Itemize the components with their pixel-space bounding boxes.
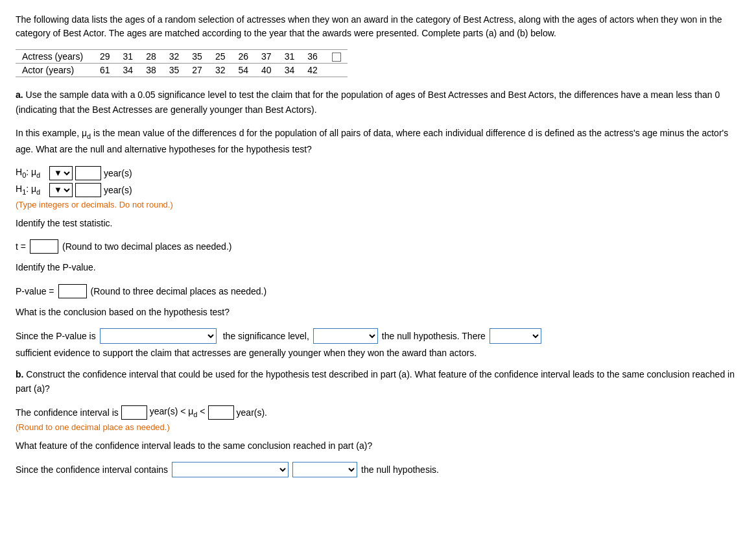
null-hyp-text: the null hypothesis. There bbox=[382, 331, 486, 341]
sig-level-text: the significance level, bbox=[223, 331, 309, 341]
conclusion-question: What is the conclusion based on the hypo… bbox=[16, 305, 740, 319]
actress-val-6: 25 bbox=[209, 50, 232, 64]
ci-lower-input[interactable] bbox=[121, 405, 147, 420]
part-b-body: Construct the confidence interval that c… bbox=[16, 369, 735, 394]
actor-val-6: 32 bbox=[209, 64, 232, 77]
actress-val-9: 31 bbox=[278, 50, 301, 64]
h1-label: H1: μd bbox=[16, 184, 47, 196]
actor-val-3: 38 bbox=[139, 64, 163, 77]
example-text-section: In this example, μd is the mean value of… bbox=[16, 126, 740, 157]
table-row-actress: Actress (years) 29 31 28 32 35 25 26 37 … bbox=[16, 50, 348, 64]
part-b-section: b. Construct the confidence interval tha… bbox=[16, 367, 740, 396]
since-ci-text: Since the confidence interval contains bbox=[16, 464, 168, 475]
table-row-actor: Actor (years) 61 34 38 35 27 32 54 40 34… bbox=[16, 64, 348, 77]
actress-val-5: 35 bbox=[185, 50, 209, 64]
actor-val-1: 61 bbox=[93, 64, 117, 77]
actor-val-9: 34 bbox=[278, 64, 301, 77]
conclusion-row: Since the P-value is less than greater t… bbox=[16, 328, 740, 358]
actress-val-3: 28 bbox=[139, 50, 163, 64]
example-paragraph: In this example, μd is the mean value of… bbox=[16, 126, 740, 157]
actress-val-7: 26 bbox=[231, 50, 255, 64]
h0-operator-select[interactable]: ▼ = < > ≤ ≥ ≠ bbox=[49, 166, 73, 180]
mu-d-sub: d bbox=[87, 132, 91, 140]
part-b-text: b. Construct the confidence interval tha… bbox=[16, 367, 740, 396]
actress-val-10: 36 bbox=[301, 50, 324, 64]
p-value-row: P-value = (Round to three decimal places… bbox=[16, 284, 740, 298]
p-value-input[interactable] bbox=[58, 284, 87, 298]
h0-years-label: year(s) bbox=[104, 168, 132, 178]
actor-label: Actor (years) bbox=[16, 64, 93, 77]
identify-p-label: Identify the P-value. bbox=[16, 260, 740, 274]
actor-val-5: 27 bbox=[185, 64, 209, 77]
t-value-input[interactable] bbox=[30, 239, 58, 254]
ci-row: The confidence interval is year(s) < μd … bbox=[16, 405, 740, 420]
part-a-body: Use the sample data with a 0.05 signific… bbox=[16, 90, 720, 114]
h1-row: H1: μd ▼ = < > ≤ ≥ ≠ year(s) bbox=[16, 183, 740, 197]
h1-operator-select[interactable]: ▼ = < > ≤ ≥ ≠ bbox=[49, 183, 73, 197]
reject-select[interactable]: is is not bbox=[490, 328, 541, 344]
part-a-label: a. bbox=[16, 90, 23, 100]
part-a-section: a. Use the sample data with a 0.05 signi… bbox=[16, 88, 740, 117]
ci-mu-d-sub: d bbox=[193, 411, 197, 418]
part-b-label: b. bbox=[16, 369, 23, 379]
actor-val-10: 42 bbox=[301, 64, 324, 77]
sig-level-select[interactable]: 0.05 0.01 0.10 bbox=[313, 328, 378, 344]
ci-conclusion-row: Since the confidence interval contains o… bbox=[16, 462, 740, 477]
t-label: t = bbox=[16, 241, 26, 252]
actor-val-4: 35 bbox=[163, 64, 186, 77]
h1-years-label: year(s) bbox=[104, 185, 132, 195]
ci-upper-input[interactable] bbox=[208, 405, 234, 420]
ci-mid-text: year(s) < μd < bbox=[150, 406, 206, 418]
p-hint: (Round to three decimal places as needed… bbox=[91, 286, 267, 296]
ci-the-null-text: the null hypothesis. bbox=[361, 464, 439, 475]
actress-label: Actress (years) bbox=[16, 50, 93, 64]
ci-text: The confidence interval is bbox=[16, 407, 119, 418]
since-pvalue-text: Since the P-value is bbox=[16, 331, 96, 341]
identify-stat-label: Identify the test statistic. bbox=[16, 216, 740, 230]
h1-value-input[interactable] bbox=[75, 183, 101, 197]
ci-reject-select[interactable]: reject fail to reject bbox=[292, 462, 357, 477]
t-stat-row: t = (Round to two decimal places as need… bbox=[16, 239, 740, 254]
test-stat-section: Identify the test statistic. bbox=[16, 216, 740, 230]
actor-val-2: 34 bbox=[117, 64, 140, 77]
actor-val-7: 54 bbox=[231, 64, 255, 77]
p-value-section: Identify the P-value. bbox=[16, 260, 740, 274]
table-icon[interactable] bbox=[324, 50, 348, 64]
ci-hint: (Round to one decimal place as needed.) bbox=[16, 422, 740, 432]
ci-end-text: year(s). bbox=[237, 407, 267, 418]
actress-val-1: 29 bbox=[93, 50, 117, 64]
h0-row: H0: μd ▼ = < > ≤ ≥ ≠ year(s) bbox=[16, 166, 740, 180]
ci-feature-select[interactable]: only negative values only positive value… bbox=[172, 462, 289, 477]
actor-val-8: 40 bbox=[255, 64, 278, 77]
t-hint: (Round to two decimal places as needed.) bbox=[62, 241, 231, 252]
pvalue-compare-select[interactable]: less than greater than equal to bbox=[100, 328, 217, 344]
hyp-hint: (Type integers or decimals. Do not round… bbox=[16, 200, 740, 210]
p-label: P-value = bbox=[16, 286, 54, 296]
conclusion-question-section: What is the conclusion based on the hypo… bbox=[16, 305, 740, 319]
suff-evidence-text: sufficient evidence to support the claim… bbox=[16, 348, 477, 358]
part-a-text: a. Use the sample data with a 0.05 signi… bbox=[16, 88, 740, 117]
actress-val-4: 32 bbox=[163, 50, 186, 64]
data-table: Actress (years) 29 31 28 32 35 25 26 37 … bbox=[16, 49, 348, 77]
intro-paragraph: The following data lists the ages of a r… bbox=[16, 13, 740, 40]
h0-label: H0: μd bbox=[16, 167, 47, 179]
feature-question: What feature of the confidence interval … bbox=[16, 438, 740, 453]
actress-val-8: 37 bbox=[255, 50, 278, 64]
h0-value-input[interactable] bbox=[75, 166, 101, 180]
feature-question-section: What feature of the confidence interval … bbox=[16, 438, 740, 453]
actress-val-2: 31 bbox=[117, 50, 140, 64]
